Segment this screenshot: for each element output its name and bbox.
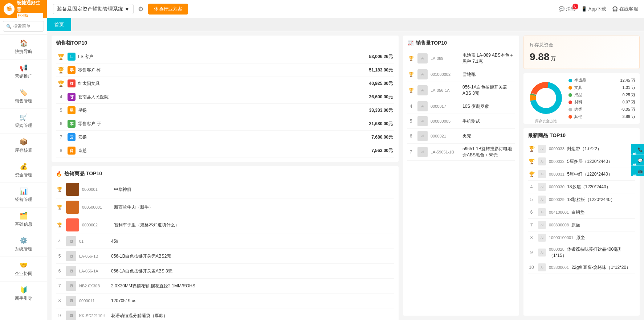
sidebar-item-purchase[interactable]: 🛒 采购管理 bbox=[0, 109, 47, 134]
stock-title: 库存总资金 bbox=[530, 42, 633, 48]
np-image: Ai bbox=[538, 145, 546, 153]
content-area: 销售额TOP10 🏆 L LS 客户 53,006.26元 🏆 零 零售客户-许… bbox=[47, 31, 644, 320]
sales-ranking-title: 销售额TOP10 bbox=[56, 40, 394, 46]
cs-hotline-button[interactable]: 📞 客服热线 bbox=[631, 144, 644, 155]
customer-info: 肖 肖总 bbox=[66, 144, 270, 157]
app-download-link[interactable]: 📱 App下载 bbox=[581, 6, 606, 12]
np-image-placeholder-icon: Ai bbox=[541, 172, 543, 176]
finance-icon: 💰 bbox=[20, 163, 28, 171]
marketing-icon: 📢 bbox=[20, 64, 28, 72]
product-thumb: 🖼 bbox=[66, 266, 76, 276]
customer-name: 肖总 bbox=[78, 148, 87, 153]
image-placeholder-icon: Ai bbox=[421, 57, 424, 60]
cooperation-icon: 🤝 bbox=[20, 261, 28, 269]
product-name: 夹壳 bbox=[462, 133, 515, 139]
list-item: 10 Ai 003800001 22g鱼豆腐-烧烤味（1*12*20） bbox=[528, 261, 635, 274]
sidebar-item-operation[interactable]: 📊 经营管理 bbox=[0, 183, 47, 208]
image-placeholder-icon: 🖼 bbox=[70, 269, 73, 273]
list-item: 7 Ai 000800008 原坐 bbox=[528, 219, 635, 231]
np-image-placeholder-icon: Ai bbox=[541, 223, 543, 227]
product-name: 056-1A白色按键开关盖ABS 3壳 bbox=[462, 84, 515, 97]
np-info: 0000032 5厘多层（1220*2440） bbox=[549, 159, 635, 165]
np-rank: 9 bbox=[528, 250, 535, 255]
product-rank: 🏆 bbox=[56, 205, 63, 210]
product-rank: 4 bbox=[407, 104, 415, 109]
np-code: 0000029 bbox=[549, 197, 564, 202]
list-item: 6 🖼 LA-056-1A 056-1A白色按键开关盖ABS 3壳 bbox=[56, 264, 394, 279]
product-rank: 7 bbox=[407, 149, 415, 155]
np-code: 000800008 bbox=[549, 223, 569, 227]
cs-community-button[interactable]: 💬 服务社区 bbox=[631, 155, 644, 166]
new-products-title: 最新商品 TOP10 bbox=[528, 132, 635, 139]
product-name: 056-1B白色按键开关壳ABS2壳 bbox=[111, 253, 394, 259]
product-thumb: Ai bbox=[417, 116, 428, 126]
tab-home[interactable]: 首页 bbox=[47, 18, 71, 31]
table-row: 🏆 红 红太阳文具 40,925.00元 bbox=[56, 77, 394, 90]
sidebar-item-basic[interactable]: 🗂️ 基础信息 bbox=[0, 208, 47, 232]
search-menu-button[interactable]: 🔍 搜索菜单 bbox=[3, 21, 44, 32]
stock-card: 库存总资金 9.88 万 bbox=[523, 36, 640, 69]
sidebar-item-stock[interactable]: 📦 库存核算 bbox=[0, 134, 47, 158]
messages-badge[interactable]: 💬 消息 6 bbox=[559, 6, 575, 12]
sidebar-item-cooperation[interactable]: 🤝 企业协同 bbox=[0, 257, 47, 282]
guide-icon: 🔰 bbox=[20, 286, 28, 294]
avatar: 肖 bbox=[68, 147, 76, 155]
customer-name: 零售客户-许 bbox=[78, 67, 101, 73]
np-image-placeholder-icon: Ai bbox=[541, 266, 543, 269]
customer-info: L LS 客户 bbox=[66, 50, 270, 63]
online-service-link[interactable]: 🎧 在线客服 bbox=[612, 6, 638, 12]
list-item: 6 Ai 0000021 夹壳 bbox=[407, 129, 515, 144]
list-item: 🏆 000500001 新西兰牛肉（新牛） bbox=[56, 198, 394, 216]
legend-dot-other bbox=[568, 115, 572, 119]
sidebar-item-marketing[interactable]: 📢 营销推广 bbox=[0, 60, 47, 84]
np-code: 0000032 bbox=[549, 159, 564, 164]
product-rank: 🏆 bbox=[407, 56, 415, 61]
topbar-right: 💬 消息 6 📱 App下载 🎧 在线客服 bbox=[559, 6, 638, 12]
image-placeholder-icon: Ai bbox=[421, 134, 424, 138]
live-icon: 📺 bbox=[637, 169, 643, 173]
product-rank: 6 bbox=[407, 134, 415, 139]
list-item: 7 Ai LA-59651-1B 59651-1B旋转投影灯电池盒ABS黑色＋5… bbox=[407, 144, 515, 161]
list-item: 4 Ai 0000017 10S 变刺罗猴 bbox=[407, 99, 515, 114]
sidebar-item-sales[interactable]: 🏷️ 销售管理 bbox=[0, 84, 47, 109]
np-code: 0000028 bbox=[549, 247, 564, 251]
np-code: 0000030 bbox=[549, 185, 564, 189]
product-code: 0000001 bbox=[82, 187, 111, 192]
customer-info: 零 零售客户-许 bbox=[66, 63, 270, 77]
new-products-card: 最新商品 TOP10 🏆 Ai 0000033 封边带（1.0*22） 🏆 Ai… bbox=[523, 128, 640, 316]
sidebar-item-shortcut[interactable]: 🏠 快捷导航 bbox=[0, 35, 47, 60]
sidebar-item-guide[interactable]: 🔰 新手引导 bbox=[0, 282, 47, 306]
right-panel: 库存总资金 9.88 万 bbox=[523, 36, 640, 316]
np-image-placeholder-icon: Ai bbox=[541, 210, 543, 214]
product-code: 0000002 bbox=[82, 223, 111, 227]
np-image: Ai bbox=[538, 170, 546, 178]
list-item: 4 🖼 01 45# bbox=[56, 234, 394, 249]
np-name: 封边带（1.0*22） bbox=[567, 146, 602, 151]
donut-svg bbox=[528, 80, 564, 116]
np-image: Ai bbox=[538, 221, 546, 229]
list-item: 🏆 Ai 001000002 雪地靴 bbox=[407, 67, 515, 82]
customer-name: 红太阳文具 bbox=[78, 81, 100, 86]
image-placeholder-icon: Ai bbox=[421, 119, 424, 123]
chevron-down-icon: ▼ bbox=[125, 6, 130, 12]
cs-livestream-button[interactable]: 📺 直播 bbox=[631, 166, 644, 176]
sales-amount: 33,333.00元 bbox=[270, 104, 394, 117]
sidebar-item-system[interactable]: ⚙️ 系统管理 bbox=[0, 232, 47, 257]
customer-name: 云扬 bbox=[78, 135, 87, 140]
sold-top10-list: 🏆 Ai LA-089 电池盖 LA-089 ABS本色＋黑种 7.1克 🏆 A… bbox=[407, 50, 515, 161]
trial-button[interactable]: 体验行业方案 bbox=[148, 4, 188, 15]
system-selector[interactable]: 装备及固定资产辅助管理系统 ▼ bbox=[53, 4, 134, 14]
list-item: 🏆 Ai 0000032 5厘多层（1220*2440） bbox=[528, 155, 635, 168]
settings-icon[interactable]: ⚙ bbox=[138, 5, 144, 13]
topbar: 装备及固定资产辅助管理系统 ▼ ⚙ 体验行业方案 💬 消息 6 📱 App下载 … bbox=[47, 0, 644, 18]
sidebar-item-finance[interactable]: 💰 资金管理 bbox=[0, 158, 47, 183]
image-placeholder-icon: Ai bbox=[421, 89, 424, 92]
np-info: 000800008 原坐 bbox=[549, 222, 635, 228]
product-code: LA-056-1A bbox=[79, 269, 108, 273]
product-image bbox=[66, 183, 79, 196]
np-info: 004100001 白钢垫 bbox=[549, 209, 635, 216]
product-name: 59651-1B旋转投影灯电池盒ABS黑色＋58壳 bbox=[462, 146, 515, 158]
np-image-placeholder-icon: Ai bbox=[541, 198, 543, 201]
image-placeholder-icon: Ai bbox=[421, 150, 424, 154]
np-code: 004100001 bbox=[549, 210, 569, 214]
